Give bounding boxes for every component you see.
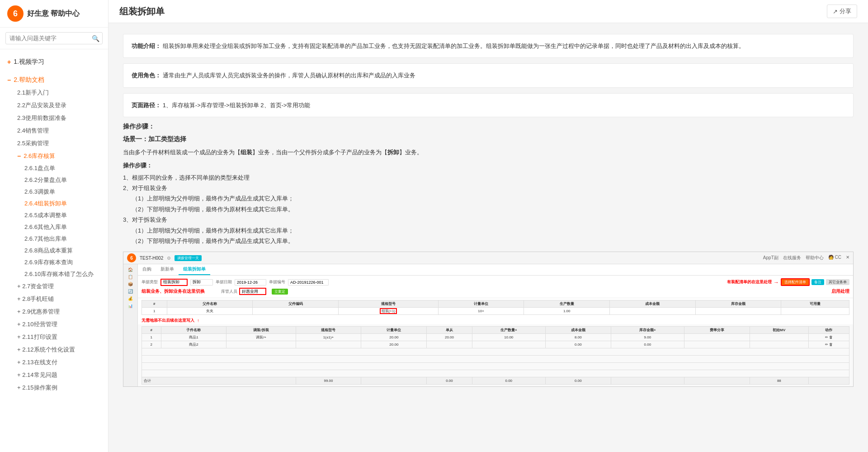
ss-t2-r1-share	[684, 334, 750, 341]
sidebar-item-2-6-4[interactable]: 2.6.4组装拆卸单	[24, 198, 101, 209]
sidebar-section-2: − 2.帮助文档 2.1新手入门 2.2产品安装及登录 2.3使用前数据准备 2…	[0, 71, 108, 397]
search-input[interactable]	[5, 32, 103, 44]
ss-btn-other[interactable]: 其它业务单	[826, 279, 849, 285]
sidebar-item-1[interactable]: + 1.视频学习	[7, 56, 101, 68]
ss-input-num[interactable]	[288, 279, 329, 285]
sidebar-item-2-6-10[interactable]: 2.6.10库存账本错了怎么办	[24, 268, 101, 280]
ss-t2-r1-qty: 10.00	[472, 334, 545, 341]
intro-label: 功能介绍：	[132, 43, 161, 49]
ss-t2-r1-name: 商品1	[161, 334, 226, 341]
step-3-2: （2）下部明细为子件明细，最终作为产成品生成其它入库单。	[132, 236, 854, 246]
ss-field-label-date: 单据日期	[216, 279, 232, 285]
sidebar-sub-2-6-children: 2.6.1盘点单 2.6.2分量盘点单 2.6.3调拨单 2.6.4组装拆卸单 …	[17, 162, 101, 280]
ss-t2-col-stock: 库存金额+	[611, 327, 684, 334]
sidebar-item-2-12[interactable]: + 2.12系统个性化设置	[17, 343, 101, 356]
sidebar-item-2-3[interactable]: 2.3使用前数据准备	[17, 112, 101, 124]
sidebar-item-2-6[interactable]: − 2.6库存核算	[17, 150, 101, 162]
path-text: 1、库存核算->库存管理->组装拆卸单 2、首页->常用功能	[163, 102, 311, 109]
ss-input-date[interactable]	[235, 279, 266, 285]
content-area: 功能介绍： 组装拆卸单用来处理企业组装或拆卸等加工业务，支持有固定装配清单的产品…	[108, 23, 868, 452]
ss-ver-icon: ⚙	[167, 256, 171, 261]
ss-footer-val4: 0.00	[472, 377, 545, 385]
ss-t1-r1-avail	[781, 308, 849, 315]
ops-block: 操作步骤： 场景一：加工类型选择 当由多个子件材料组装成一个成品的业务为【组装】…	[123, 123, 854, 246]
ss-t2-row-1: 1 商品1 调装/+ 1(±1)+ 20.00 20.00 10.00 8.00…	[142, 334, 849, 341]
ss-t1-col-spec: 规格型号	[338, 300, 438, 308]
ss-tab-new[interactable]: 新新单	[156, 264, 179, 275]
ss-input-manager[interactable]	[239, 288, 266, 295]
sidebar-sub-2-6: − 2.6库存核算 2.6.1盘点单 2.6.2分量盘点单 2.6.3调拨单 2…	[17, 150, 101, 280]
ss-table2: # 子件名称 调装/拆装 规格型号 计量单位 单从 生产数量+ 成本金额 库存金…	[142, 326, 849, 385]
sidebar-item-2-6-6[interactable]: 2.6.6其他入库单	[24, 221, 101, 233]
ss-t1-col-avail: 可用量	[781, 300, 849, 308]
step-1: 1、根据不同的业务，选择不同单据的类型来处理	[123, 172, 854, 183]
ss-t1-col-cost: 成本金额	[610, 300, 696, 308]
role-text: 通常由生产人员或库管人员完成拆装业务的操作，库管人员确认原材料的出库和产成品的入…	[163, 72, 415, 79]
scenario1-title: 场景一：加工类型选择	[123, 135, 854, 143]
ss-t2-r1-mv	[750, 334, 808, 341]
ss-nav-icon-2: 📋	[123, 273, 137, 281]
sidebar-item-2-6-1[interactable]: 2.6.1盘点单	[24, 162, 101, 174]
ss-t2-footer: 合计 99.00 0.00 0.00 0.00 88	[142, 377, 849, 385]
ss-topbar-btn[interactable]: 调拨管理一天	[175, 255, 202, 261]
ss-btn-confirm[interactable]: 立案定	[272, 289, 288, 295]
ss-input-subtype[interactable]	[190, 279, 213, 285]
sidebar-item-2-6-3[interactable]: 2.6.3调拨单	[24, 186, 101, 198]
ss-annotation1-area: 有装配清单的在这里处理 → 选择配件清单 备注 其它业务单	[727, 278, 849, 286]
ss-annotation2-area: 组装业务、拆卸业务在这里切换	[142, 288, 205, 295]
topbar: 组装拆卸单 ↗ 分享	[108, 0, 868, 23]
sidebar-item-2-9[interactable]: + 2.9优惠券管理	[17, 305, 101, 318]
ss-t1-col-fname: 父件名称	[167, 300, 253, 308]
ss-tabs: 自购 新新单 组装拆卸单	[138, 264, 853, 276]
search-button[interactable]: 🔍	[92, 35, 99, 42]
sidebar-item-2-6-2[interactable]: 2.6.2分量盘点单	[24, 174, 101, 186]
sidebar-item-2-10[interactable]: + 2.10经营管理	[17, 318, 101, 331]
ss-t2-r1-type: 调装/+	[226, 334, 296, 341]
sidebar-item-2-13[interactable]: + 2.13在线支付	[17, 356, 101, 369]
ss-btn-bom[interactable]: 选择配件清单	[781, 278, 810, 286]
ss-t2-r1-stock: 9.00	[611, 334, 684, 341]
ss-btn-note[interactable]: 备注	[811, 279, 824, 285]
sidebar-item-2-7[interactable]: + 2.7资金管理	[17, 280, 101, 293]
sidebar-item-2-5[interactable]: 2.5采购管理	[17, 137, 101, 150]
sidebar-item-2-15[interactable]: + 2.15操作案例	[17, 381, 101, 394]
ss-close-icon[interactable]: ✕	[846, 255, 849, 261]
ss-nav-icon-6: 📊	[123, 302, 137, 309]
page-title: 组装拆卸单	[119, 5, 165, 18]
sidebar-item-label-2-6: 2.6库存核算	[24, 152, 55, 160]
sidebar-item-2[interactable]: − 2.帮助文档	[7, 74, 101, 86]
ss-t2-r1-spec: 1(±1)+	[296, 334, 361, 341]
sidebar-item-2-2[interactable]: 2.2产品安装及登录	[17, 99, 101, 112]
ss-t1-col-qty: 生产数量	[524, 300, 610, 308]
sidebar-item-2-4[interactable]: 2.4销售管理	[17, 124, 101, 137]
ss-t2-r1-edit-icon[interactable]: ✏	[825, 335, 828, 339]
expand-icon-2: −	[7, 76, 11, 84]
role-label: 使用角色：	[132, 72, 161, 79]
sidebar-item-2-1[interactable]: 2.1新手入门	[17, 86, 101, 99]
sidebar-item-2-6-7[interactable]: 2.6.7其他出库单	[24, 233, 101, 245]
sidebar-item-2-11[interactable]: + 2.11打印设置	[17, 331, 101, 343]
sidebar-item-2-6-9[interactable]: 2.6.9库存账本查询	[24, 257, 101, 268]
sidebar-item-2-6-8[interactable]: 2.6.8商品成本重算	[24, 245, 101, 257]
path-label: 页面路径：	[132, 102, 161, 109]
ss-footer-val6	[611, 377, 684, 385]
ss-t2-r3-empty	[142, 348, 849, 356]
ss-tab-home[interactable]: 自购	[138, 264, 156, 275]
ss-tab-assembly[interactable]: 组装拆卸单	[179, 264, 210, 275]
ss-t2-r2-mv	[750, 341, 808, 348]
ss-t2-col-cost: 成本金额	[545, 327, 611, 334]
sidebar-item-2-6-5[interactable]: 2.6.5成本调整单	[24, 209, 101, 221]
share-button[interactable]: ↗ 分享	[827, 5, 857, 18]
sidebar-item-2-14[interactable]: + 2.14常见问题	[17, 369, 101, 381]
sidebar-item-2-8[interactable]: + 2.8手机旺铺	[17, 293, 101, 305]
ss-t2-r1-del-icon[interactable]: 🗑	[829, 335, 833, 339]
ss-t2-r1-num: 1	[142, 334, 161, 341]
app-title: 好生意 帮助中心	[27, 9, 80, 19]
ss-t2-r2-del-icon[interactable]: 🗑	[829, 343, 833, 347]
ss-t2-r2-u	[427, 341, 472, 348]
ss-input-type[interactable]	[160, 279, 188, 286]
ss-t1-r1-spec-val: 组装(+1)	[380, 308, 397, 314]
sidebar-sub-2: 2.1新手入门 2.2产品安装及登录 2.3使用前数据准备 2.4销售管理 2.…	[7, 86, 101, 394]
ss-t2-r2-edit-icon[interactable]: ✏	[825, 343, 828, 347]
ss-form-row-1: 单据类型 单据日期 单据编号 有装配清单的在这里处理 → 选择配件清	[142, 278, 849, 286]
